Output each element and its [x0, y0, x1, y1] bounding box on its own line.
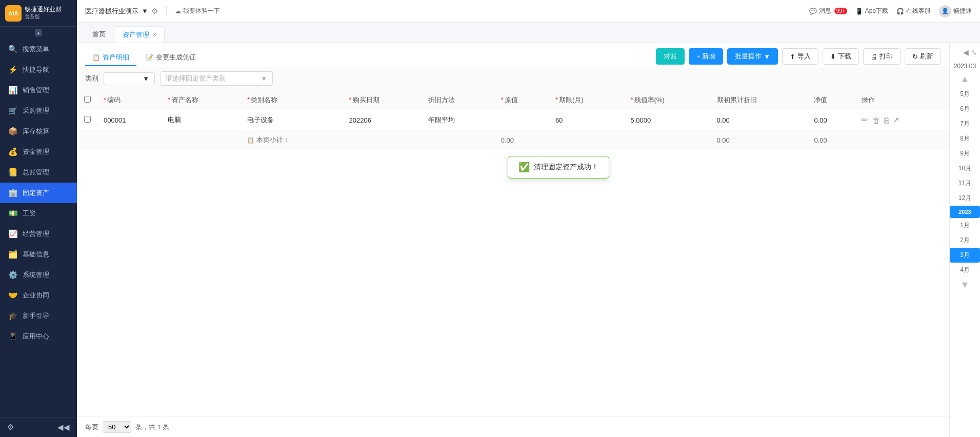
sidebar-label-inventory: 库存核算	[23, 127, 49, 136]
more-btn-0[interactable]: ↗	[893, 115, 899, 125]
topbar-right: 💬 消息 99+ 📱 App下载 🎧 在线客服 👤 畅捷通	[809, 5, 972, 17]
refresh-label: 刷新	[920, 52, 933, 61]
export-button[interactable]: ⬆ 导入	[782, 48, 818, 65]
month-item-4[interactable]: 4月	[950, 263, 980, 277]
panel-prev-icon[interactable]: ▲	[958, 72, 972, 87]
sidebar-item-operations[interactable]: 📈经营管理	[0, 224, 77, 244]
edit-btn-0[interactable]: ✏	[862, 115, 868, 125]
message-button[interactable]: 💬 消息 99+	[809, 7, 847, 15]
sidebar-item-quick-nav[interactable]: ⚡快捷导航	[0, 59, 77, 80]
download-label: 下载	[838, 52, 851, 61]
ledger-icon: 📒	[8, 168, 17, 177]
month-item-7[interactable]: 7月	[950, 116, 980, 131]
sidebar-scroll-up[interactable]: ▲	[35, 29, 42, 36]
sub-tab-voucher[interactable]: 📝 变更生成凭证	[138, 50, 203, 66]
sidebar-item-system[interactable]: ⚙️系统管理	[0, 265, 77, 285]
panel-next-icon[interactable]: ▼	[958, 277, 972, 292]
sidebar-item-fixed-assets[interactable]: 🏢固定资产	[0, 183, 77, 203]
online-service-button[interactable]: 🎧 在线客服	[896, 7, 931, 15]
sidebar-item-payroll[interactable]: 💵工资	[0, 203, 77, 224]
col-period: *期限(月)	[549, 90, 625, 110]
cell-depreciation-0: 年限平均	[422, 110, 494, 130]
success-toast: ✅ 清理固定资产成功！	[508, 156, 609, 178]
sidebar-item-cooperation[interactable]: 🤝企业协同	[0, 285, 77, 306]
experience-button[interactable]: ☁ 我要体验一下	[175, 7, 220, 15]
total-label: 条，共 1 条	[135, 423, 169, 432]
reconcile-button[interactable]: 对账	[656, 48, 685, 65]
sidebar-item-guide[interactable]: 🎓新手引导	[0, 306, 77, 326]
asset-table: *编码 *资产名称 *类别名称 *购买日期 折旧方法 *原值 *期限(月) *残…	[77, 90, 949, 150]
sidebar-item-search[interactable]: 🔍搜索菜单	[0, 39, 77, 59]
month-item-5[interactable]: 5月	[950, 87, 980, 102]
quick-nav-icon: ⚡	[8, 65, 17, 74]
tab-close-icon[interactable]: ✕	[152, 31, 157, 38]
base-info-icon: 🗂️	[8, 250, 17, 259]
month-item-6[interactable]: 6月	[950, 102, 980, 116]
topbar-divider	[166, 6, 167, 16]
tab-home[interactable]: 首页	[85, 26, 113, 43]
month-item-10[interactable]: 10月	[950, 161, 980, 176]
panel-expand-icon[interactable]: ⤡	[971, 48, 977, 56]
print-button[interactable]: 🖨 打印	[863, 48, 901, 65]
sidebar-item-finance[interactable]: 💰资金管理	[0, 142, 77, 162]
month-item-8[interactable]: 8月	[950, 131, 980, 146]
month-item-2[interactable]: 2月	[950, 233, 980, 248]
sidebar-item-base-info[interactable]: 🗂️基础信息	[0, 244, 77, 265]
content-main: 📋 资产明细 📝 变更生成凭证 对账 + 新增 批量操作	[77, 43, 949, 437]
experience-label: 我要体验一下	[183, 7, 220, 15]
cell-name-0: 电脑	[162, 110, 241, 130]
sidebar-label-payroll: 工资	[23, 209, 36, 218]
user-avatar: 👤	[939, 5, 951, 17]
col-name: *资产名称	[162, 90, 241, 110]
cooperation-icon: 🤝	[8, 291, 17, 300]
finance-icon: 💰	[8, 147, 17, 156]
category-input[interactable]: 请选择固定资产类别 ▼	[160, 71, 273, 86]
main-area: 医疗器械行业演示 ▼ ⚙ ☁ 我要体验一下 💬 消息 99+ 📱 App下载 🎧…	[77, 0, 980, 437]
tab-asset-management[interactable]: 资产管理 ✕	[115, 26, 165, 43]
category-type-select[interactable]: ▼	[104, 72, 155, 85]
month-item-1[interactable]: 1月	[950, 218, 980, 233]
month-item-12[interactable]: 12月	[950, 191, 980, 206]
row-checkbox-0[interactable]	[84, 116, 91, 123]
cell-purchase-date-0: 202206	[343, 110, 423, 130]
refresh-icon: ↻	[912, 53, 918, 61]
month-item-3[interactable]: 3月	[950, 248, 980, 263]
sidebar-item-ledger[interactable]: 📒总账管理	[0, 162, 77, 183]
sidebar-label-ledger: 总账管理	[23, 168, 49, 177]
new-button[interactable]: + 新增	[689, 48, 723, 65]
sub-tab-voucher-icon: 📝	[146, 54, 153, 61]
col-checkbox	[77, 90, 97, 110]
delete-btn-0[interactable]: 🗑	[872, 116, 880, 125]
per-page-select[interactable]: 102050100	[103, 421, 131, 433]
subtotal-accumulated: 0.00	[711, 130, 808, 150]
cell-period-0: 60	[549, 110, 625, 130]
user-menu[interactable]: 👤 畅捷通	[939, 5, 972, 17]
app-download-button[interactable]: 📱 App下载	[855, 7, 888, 15]
sidebar-label-base-info: 基础信息	[23, 250, 49, 259]
refresh-button[interactable]: ↻ 刷新	[905, 48, 941, 65]
sidebar-label-search: 搜索菜单	[23, 45, 49, 54]
month-item-11[interactable]: 11月	[950, 176, 980, 191]
col-residual-rate: *残值率(%)	[624, 90, 710, 110]
month-item-2023[interactable]: 2023	[950, 206, 980, 218]
sub-tab-asset-detail[interactable]: 📋 资产明细	[85, 50, 136, 66]
sidebar-item-sales[interactable]: 📊销售管理	[0, 80, 77, 101]
subtotal-label: 本页小计：	[256, 136, 290, 144]
batch-button[interactable]: 批量操作 ▼	[727, 48, 778, 65]
toast-success-icon: ✅	[518, 162, 530, 173]
settings-gear-icon[interactable]: ⚙	[151, 7, 158, 16]
download-button[interactable]: ⬇ 下载	[823, 48, 859, 65]
col-code: *编码	[97, 90, 162, 110]
copy-btn-0[interactable]: ⎘	[884, 116, 889, 125]
subtotal-row: 📋 本页小计： 0.00 0.00 0.00	[77, 130, 949, 150]
select-all-checkbox[interactable]	[84, 96, 91, 103]
company-selector[interactable]: 医疗器械行业演示 ▼ ⚙	[85, 7, 158, 16]
settings-icon[interactable]: ⚙	[7, 423, 14, 432]
sidebar-item-purchase[interactable]: 🛒采购管理	[0, 101, 77, 121]
sidebar-item-app-center[interactable]: 📱应用中心	[0, 326, 77, 347]
col-actions: 操作	[855, 90, 949, 110]
sidebar-item-inventory[interactable]: 📦库存核算	[0, 121, 77, 142]
month-item-9[interactable]: 9月	[950, 146, 980, 161]
panel-collapse-icon[interactable]: ◀	[963, 48, 969, 56]
collapse-icon[interactable]: ◀◀	[57, 423, 70, 432]
